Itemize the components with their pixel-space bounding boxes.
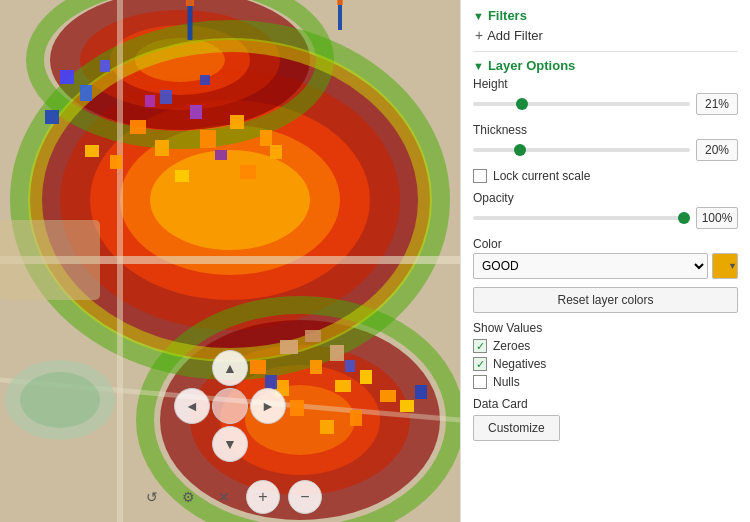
right-panel: ▼ Filters + Add Filter ▼ Layer Options H… <box>460 0 750 522</box>
zeroes-checkbox[interactable]: ✓ <box>473 339 487 353</box>
zeroes-row: ✓ Zeroes <box>473 339 738 353</box>
thickness-slider-row: 20% <box>473 139 738 161</box>
svg-rect-45 <box>290 400 304 416</box>
svg-rect-49 <box>350 410 362 426</box>
filters-header[interactable]: ▼ Filters <box>473 8 738 23</box>
svg-rect-57 <box>337 0 343 5</box>
color-swatch-preview <box>715 257 726 275</box>
layer-options-arrow-icon: ▼ <box>473 60 484 72</box>
svg-rect-46 <box>360 370 372 384</box>
svg-rect-24 <box>100 60 110 72</box>
settings-button[interactable]: ⚙ <box>174 483 202 511</box>
color-label: Color <box>473 237 738 251</box>
nulls-row: Nulls <box>473 375 738 389</box>
layer-options-title: Layer Options <box>488 58 575 73</box>
svg-rect-56 <box>186 0 194 6</box>
svg-rect-25 <box>45 110 59 124</box>
add-filter-label[interactable]: Add Filter <box>487 28 543 43</box>
thickness-option: Thickness 20% <box>473 123 738 161</box>
svg-rect-22 <box>60 70 74 84</box>
close-button[interactable]: ✕ <box>210 483 238 511</box>
lock-scale-row: Lock current scale <box>473 169 738 183</box>
svg-point-59 <box>20 372 100 428</box>
svg-rect-29 <box>155 140 169 156</box>
filters-arrow-icon: ▼ <box>473 10 484 22</box>
opacity-label: Opacity <box>473 191 738 205</box>
data-card-section: Data Card Customize <box>473 397 738 441</box>
svg-rect-50 <box>400 400 414 412</box>
nulls-label: Nulls <box>493 375 520 389</box>
map-container[interactable]: ▲ ◄ ► ▼ ↺ ⚙ ✕ + − <box>0 0 460 522</box>
zeroes-label: Zeroes <box>493 339 530 353</box>
svg-rect-44 <box>335 380 351 392</box>
svg-rect-53 <box>415 385 427 399</box>
opacity-value: 100% <box>696 207 738 229</box>
reset-layer-colors-button[interactable]: Reset layer colors <box>473 287 738 313</box>
height-label: Height <box>473 77 738 91</box>
color-swatch[interactable]: ▼ <box>712 253 738 279</box>
opacity-option: Opacity 100% <box>473 191 738 229</box>
nav-right-button[interactable]: ► <box>250 388 286 424</box>
svg-rect-40 <box>215 150 227 160</box>
svg-rect-28 <box>130 120 146 134</box>
height-slider-row: 21% <box>473 93 738 115</box>
svg-rect-60 <box>0 220 100 300</box>
add-filter-row[interactable]: + Add Filter <box>475 27 738 43</box>
height-value: 21% <box>696 93 738 115</box>
zoom-in-button[interactable]: + <box>246 480 280 514</box>
zoom-out-button[interactable]: − <box>288 480 322 514</box>
svg-rect-35 <box>175 170 189 182</box>
svg-rect-36 <box>240 165 256 179</box>
thickness-value: 20% <box>696 139 738 161</box>
opacity-slider[interactable] <box>473 216 690 220</box>
show-values-section: Show Values ✓ Zeroes ✓ Negatives Nulls <box>473 321 738 389</box>
svg-rect-52 <box>345 360 355 372</box>
svg-rect-32 <box>200 130 216 148</box>
layer-options-header[interactable]: ▼ Layer Options <box>473 58 738 73</box>
svg-rect-39 <box>145 95 155 107</box>
svg-rect-37 <box>270 145 282 159</box>
nulls-checkbox[interactable] <box>473 375 487 389</box>
svg-rect-30 <box>110 155 122 169</box>
negatives-checkbox[interactable]: ✓ <box>473 357 487 371</box>
negatives-row: ✓ Negatives <box>473 357 738 371</box>
negatives-label: Negatives <box>493 357 546 371</box>
svg-rect-48 <box>320 420 334 434</box>
refresh-button[interactable]: ↺ <box>138 483 166 511</box>
svg-rect-62 <box>305 330 321 342</box>
svg-rect-23 <box>80 85 92 101</box>
customize-button[interactable]: Customize <box>473 415 560 441</box>
svg-rect-43 <box>310 360 322 374</box>
height-option: Height 21% <box>473 77 738 115</box>
lock-scale-label: Lock current scale <box>493 169 590 183</box>
nav-center-button <box>212 388 248 424</box>
filters-title: Filters <box>488 8 527 23</box>
color-swatch-dropdown-icon: ▼ <box>728 261 737 271</box>
color-option: Color GOOD BAD NEUTRAL ▼ <box>473 237 738 279</box>
nav-controls: ▲ ◄ ► ▼ <box>174 350 286 462</box>
svg-rect-63 <box>330 345 344 361</box>
lock-scale-checkbox[interactable] <box>473 169 487 183</box>
color-select[interactable]: GOOD BAD NEUTRAL <box>473 253 708 279</box>
nav-up-button[interactable]: ▲ <box>212 350 248 386</box>
thickness-label: Thickness <box>473 123 738 137</box>
nav-down-button[interactable]: ▼ <box>212 426 248 462</box>
divider-1 <box>473 51 738 52</box>
opacity-slider-row: 100% <box>473 207 738 229</box>
svg-rect-26 <box>160 90 172 104</box>
thickness-slider[interactable] <box>473 148 690 152</box>
nav-left-button[interactable]: ◄ <box>174 388 210 424</box>
svg-rect-47 <box>380 390 396 402</box>
svg-rect-27 <box>200 75 210 85</box>
color-row: GOOD BAD NEUTRAL ▼ <box>473 253 738 279</box>
svg-rect-33 <box>230 115 244 129</box>
svg-point-6 <box>150 150 310 250</box>
svg-rect-38 <box>190 105 202 119</box>
svg-rect-34 <box>260 130 272 146</box>
data-card-label: Data Card <box>473 397 738 411</box>
height-slider[interactable] <box>473 102 690 106</box>
svg-rect-31 <box>85 145 99 157</box>
show-values-label: Show Values <box>473 321 738 335</box>
map-toolbar: ↺ ⚙ ✕ + − <box>138 480 322 514</box>
add-filter-plus-icon: + <box>475 27 483 43</box>
